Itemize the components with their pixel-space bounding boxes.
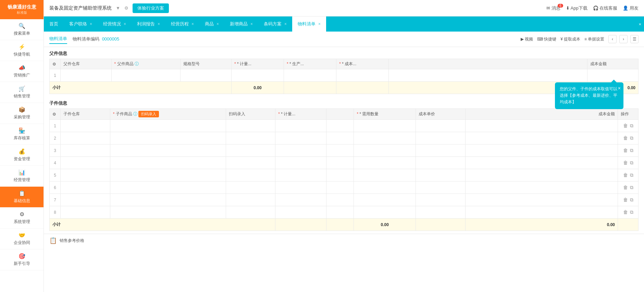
- child-row-goods[interactable]: [110, 120, 226, 132]
- child-row-spec[interactable]: [226, 120, 275, 132]
- child-row-required-qty[interactable]: [354, 206, 416, 219]
- delete-icon[interactable]: 🗑: [623, 123, 628, 129]
- child-row-warehouse[interactable]: [61, 157, 110, 169]
- child-row-warehouse[interactable]: [61, 182, 110, 194]
- copy-icon[interactable]: ⧉: [630, 185, 633, 190]
- child-row-required-qty[interactable]: [354, 194, 416, 206]
- sidebar-item-inventory[interactable]: 🏪 库存核算: [0, 124, 44, 145]
- delete-icon[interactable]: 🗑: [623, 209, 628, 215]
- tab-close-goods[interactable]: ×: [216, 22, 219, 26]
- tab-close-bom[interactable]: ×: [318, 22, 321, 26]
- child-row-spec[interactable]: [226, 157, 275, 169]
- child-row-spec[interactable]: [226, 206, 275, 219]
- child-row-warehouse[interactable]: [61, 144, 110, 157]
- tab-close-ops[interactable]: ×: [124, 22, 126, 26]
- sidebar-item-guide[interactable]: 🎯 新手引导: [0, 249, 44, 270]
- child-row-unit[interactable]: [275, 206, 326, 219]
- child-row-unit[interactable]: [275, 194, 326, 206]
- copy-icon[interactable]: ⧉: [630, 197, 633, 203]
- sidebar-item-sales[interactable]: 🛒 销售管理: [0, 82, 44, 103]
- delete-icon[interactable]: 🗑: [623, 197, 628, 203]
- tooltip-close-button[interactable]: ×: [618, 84, 621, 92]
- child-row-required-qty[interactable]: [354, 144, 416, 157]
- tab-close-customer[interactable]: ×: [90, 22, 92, 26]
- parent-row-1-spec[interactable]: [181, 69, 232, 82]
- tab-bom[interactable]: 物料清单 ×: [292, 16, 326, 32]
- sidebar-item-basic-info[interactable]: 📋 基础信息: [0, 187, 44, 208]
- close-all-tabs[interactable]: ×: [636, 22, 644, 27]
- setting-action[interactable]: ≡ 单据设置: [584, 36, 604, 42]
- child-row-unit[interactable]: [275, 144, 326, 157]
- child-row-warehouse[interactable]: [61, 194, 110, 206]
- child-row-required-qty[interactable]: [354, 169, 416, 182]
- child-row-spec[interactable]: [226, 132, 275, 144]
- child-row-required-qty[interactable]: [354, 120, 416, 132]
- cost-action[interactable]: ¥ 提取成本: [560, 36, 580, 42]
- tab-home[interactable]: 首页: [44, 16, 64, 32]
- sub-tab-bom-list[interactable]: 物料清单: [49, 34, 67, 44]
- child-row-warehouse[interactable]: [61, 132, 110, 144]
- tab-operations-status[interactable]: 经营情况 ×: [98, 16, 132, 32]
- child-row-goods[interactable]: [110, 182, 226, 194]
- tab-close-barcode[interactable]: ×: [284, 22, 287, 26]
- tab-close-profit[interactable]: ×: [158, 22, 160, 26]
- sidebar-item-search[interactable]: 🔍 搜索菜单: [0, 19, 44, 40]
- video-action[interactable]: ▶ 视频: [521, 36, 533, 42]
- tab-history[interactable]: 经营历程 ×: [165, 16, 199, 32]
- child-row-unit[interactable]: [275, 132, 326, 144]
- child-row-spec[interactable]: [226, 194, 275, 206]
- app-download[interactable]: ⬇ App下载: [566, 5, 587, 11]
- tab-new-goods[interactable]: 新增商品 ×: [224, 16, 258, 32]
- parent-row-1-production[interactable]: [284, 69, 336, 82]
- delete-icon[interactable]: 🗑: [623, 185, 628, 190]
- settings-icon[interactable]: ⚙: [124, 5, 128, 11]
- tab-profit[interactable]: 利润报告 ×: [132, 16, 165, 32]
- dropdown-icon[interactable]: ▼: [116, 5, 120, 11]
- child-row-spec[interactable]: [226, 182, 275, 194]
- copy-icon[interactable]: ⧉: [630, 123, 633, 129]
- child-row-warehouse[interactable]: [61, 120, 110, 132]
- copy-icon[interactable]: ⧉: [630, 209, 633, 215]
- sidebar-item-operations[interactable]: 📊 经营管理: [0, 166, 44, 187]
- list-view-button[interactable]: ☰: [630, 35, 639, 43]
- child-row-spec[interactable]: [226, 144, 275, 157]
- sidebar-item-finance[interactable]: 💰 资金管理: [0, 145, 44, 166]
- child-row-required-qty[interactable]: [354, 157, 416, 169]
- copy-icon[interactable]: ⧉: [630, 160, 633, 166]
- tab-close-new-goods[interactable]: ×: [250, 22, 253, 26]
- child-row-goods[interactable]: [110, 157, 226, 169]
- scan-input-button[interactable]: 扫码录入: [138, 111, 159, 117]
- child-row-goods[interactable]: [110, 206, 226, 219]
- delete-icon[interactable]: 🗑: [623, 148, 628, 153]
- child-row-required-qty[interactable]: [354, 182, 416, 194]
- sub-tab-bom-code[interactable]: 物料清单编码 0000005: [73, 35, 119, 44]
- parent-row-1-goods[interactable]: [111, 69, 181, 82]
- child-row-unit[interactable]: [275, 120, 326, 132]
- trial-button[interactable]: 体验行业方案: [133, 3, 169, 13]
- tab-close-history[interactable]: ×: [191, 22, 194, 26]
- child-row-required-qty[interactable]: [354, 132, 416, 144]
- child-row-goods[interactable]: [110, 169, 226, 182]
- sidebar-item-purchase[interactable]: 📦 采购管理: [0, 103, 44, 124]
- delete-icon[interactable]: 🗑: [623, 160, 628, 166]
- parent-col-gear[interactable]: ⚙: [50, 59, 61, 69]
- sidebar-item-marketing[interactable]: 📣 营销推广: [0, 61, 44, 82]
- sidebar-item-quick-nav[interactable]: ⚡ 快捷导航: [0, 40, 44, 61]
- child-row-unit[interactable]: [275, 169, 326, 182]
- child-row-unit[interactable]: [275, 182, 326, 194]
- delete-icon[interactable]: 🗑: [623, 135, 628, 141]
- prev-button[interactable]: ‹: [608, 35, 617, 43]
- tab-barcode[interactable]: 条码方案 ×: [258, 16, 292, 32]
- child-row-spec[interactable]: [226, 169, 275, 182]
- parent-row-1-warehouse[interactable]: [61, 69, 112, 82]
- child-row-warehouse[interactable]: [61, 206, 110, 219]
- shortcut-action[interactable]: ⌨ 快捷键: [537, 36, 556, 42]
- child-col-gear[interactable]: ⚙: [50, 109, 61, 120]
- copy-icon[interactable]: ⧉: [630, 148, 633, 153]
- next-button[interactable]: ›: [619, 35, 628, 43]
- tab-goods[interactable]: 商品 ×: [199, 16, 224, 32]
- child-row-warehouse[interactable]: [61, 169, 110, 182]
- copy-icon[interactable]: ⧉: [630, 172, 633, 178]
- child-row-goods[interactable]: [110, 194, 226, 206]
- parent-row-1-cost[interactable]: [336, 69, 389, 82]
